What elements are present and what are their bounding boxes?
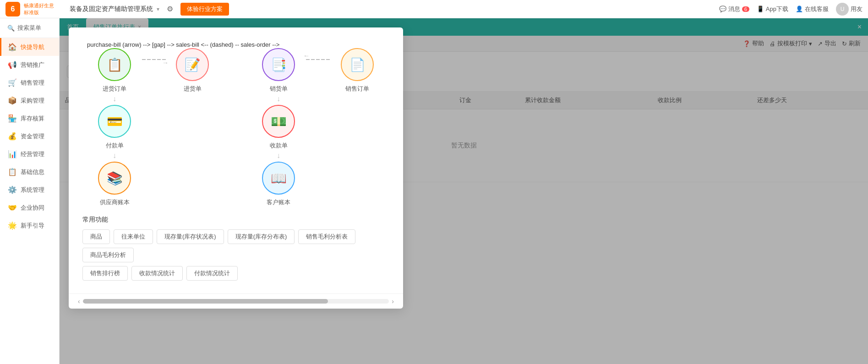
inventory-icon: 🏪 xyxy=(8,114,17,123)
message-badge: 6 xyxy=(742,6,749,12)
receipt-label: 收款单 xyxy=(270,141,288,150)
arrow-down-4: ↓ xyxy=(277,152,280,160)
search-icon: 🔍 xyxy=(7,25,15,32)
search-menu-btn[interactable]: 🔍 搜索菜单 xyxy=(5,22,55,34)
receipt-circle: 💵 xyxy=(262,105,295,138)
flow-node-purchase-bill[interactable]: 📝 进货单 xyxy=(165,48,220,93)
sales-order-circle: 📄 xyxy=(341,48,374,81)
func-btn-goods[interactable]: 商品 xyxy=(82,229,110,244)
scroll-thumb xyxy=(83,299,328,304)
scroll-right-btn[interactable]: › xyxy=(392,298,394,305)
user-avatar: U xyxy=(836,3,849,16)
customer-ledger-label: 客户账本 xyxy=(267,198,290,206)
func-buttons-row2: 销售排行榜 收款情况统计 付款情况统计 xyxy=(82,266,389,281)
flow-node-sales-bill[interactable]: 📑 销货单 xyxy=(251,48,306,93)
settings-icon[interactable]: ⚙ xyxy=(167,5,173,13)
arrow-purchase-to-bill: → xyxy=(142,59,166,60)
func-btn-stock-dist[interactable]: 现存量(库存分布表) xyxy=(228,229,295,244)
modal-scrollbar: ‹ › xyxy=(69,293,403,309)
sidebar-item-enterprise[interactable]: 🤝 企业协同 xyxy=(0,199,59,217)
app-download-btn[interactable]: 📱 App下载 xyxy=(757,5,788,13)
workflow-area: purchase-bill (arrow) --> [gap] --> sale… xyxy=(69,27,403,216)
common-functions: 常用功能 商品 往来单位 现存量(库存状况表) 现存量(库存分布表) 销售毛利分… xyxy=(69,216,403,293)
purchase-order-icon: 📋 xyxy=(107,57,123,72)
func-btn-goods-margin[interactable]: 商品毛利分析 xyxy=(82,248,134,262)
flow-node-purchase-order[interactable]: 📋 进货订单 xyxy=(87,48,142,93)
sales-bill-icon: 📑 xyxy=(271,57,287,72)
service-icon: 👤 xyxy=(796,5,803,12)
payment-circle: 💳 xyxy=(98,105,131,138)
sales-bill-circle: 📑 xyxy=(262,48,295,81)
sales-order-icon: 📄 xyxy=(349,57,366,72)
system-title: 装备及固定资产辅助管理系统 ▾ ⚙ 体验行业方案 xyxy=(65,3,719,16)
message-icon: 💬 xyxy=(719,5,726,12)
sales-bill-label: 销货单 xyxy=(270,85,288,93)
flow-node-sales-order[interactable]: 📄 销售订单 xyxy=(330,48,385,93)
sidebar-item-quick-nav[interactable]: 🏠 快捷导航 xyxy=(0,38,59,56)
dropdown-arrow-icon[interactable]: ▾ xyxy=(157,6,159,12)
purchase-bill-icon: 📝 xyxy=(185,57,201,72)
arrow-sales-order-to-bill: → xyxy=(306,59,330,60)
customer-ledger-circle: 📖 xyxy=(262,162,295,195)
flow-node-payment[interactable]: 💳 付款单 xyxy=(87,105,142,150)
sidebar: 🔍 搜索菜单 🏠 快捷导航 📢 营销推广 🛒 销售管理 📦 采购管理 xyxy=(0,18,60,364)
logo-area: 6 畅康通好生意 标准版 xyxy=(5,2,65,16)
top-bar: 6 畅康通好生意 标准版 装备及固定资产辅助管理系统 ▾ ⚙ 体验行业方案 💬 … xyxy=(0,0,868,18)
guide-icon: 🌟 xyxy=(8,221,17,230)
func-btn-sales-margin[interactable]: 销售毛利分析表 xyxy=(298,229,355,244)
purchase-icon: 📦 xyxy=(8,96,17,105)
sidebar-item-sales[interactable]: 🛒 销售管理 xyxy=(0,74,59,92)
message-btn[interactable]: 💬 消息 6 xyxy=(719,5,749,13)
download-icon: 📱 xyxy=(757,5,764,12)
modal-overlay[interactable]: purchase-bill (arrow) --> [gap] --> sale… xyxy=(60,18,868,364)
flow-node-customer-ledger[interactable]: 📖 客户账本 xyxy=(251,162,306,206)
scroll-left-btn[interactable]: ‹ xyxy=(78,298,80,305)
marketing-icon: 📢 xyxy=(8,60,17,69)
modal-box: purchase-bill (arrow) --> [gap] --> sale… xyxy=(69,27,403,309)
basic-icon: 📋 xyxy=(8,168,17,176)
logo-text: 畅康通好生意 标准版 xyxy=(24,2,54,16)
sidebar-item-guide[interactable]: 🌟 新手引导 xyxy=(0,217,59,234)
supplier-ledger-label: 供应商账本 xyxy=(100,198,130,206)
func-btn-payment-stats[interactable]: 付款情况统计 xyxy=(186,266,238,281)
sidebar-item-system[interactable]: ⚙️ 系统管理 xyxy=(0,181,59,199)
online-service-btn[interactable]: 👤 在线客服 xyxy=(796,5,829,13)
sidebar-item-purchase[interactable]: 📦 采购管理 xyxy=(0,92,59,109)
flow-node-receipt[interactable]: 💵 收款单 xyxy=(251,105,306,150)
sales-icon: 🛒 xyxy=(8,78,17,87)
purchase-order-circle: 📋 xyxy=(98,48,131,81)
func-buttons-row1: 商品 往来单位 现存量(库存状况表) 现存量(库存分布表) 销售毛利分析表 商品… xyxy=(82,229,389,262)
sidebar-item-marketing[interactable]: 📢 营销推广 xyxy=(0,56,59,74)
func-btn-receipt-stats[interactable]: 收款情况统计 xyxy=(131,266,183,281)
sidebar-search[interactable]: 🔍 搜索菜单 xyxy=(0,18,59,38)
user-area[interactable]: U 用友 xyxy=(836,3,863,16)
receipt-icon: 💵 xyxy=(271,114,287,129)
flow-node-supplier-ledger[interactable]: 📚 供应商账本 xyxy=(87,162,142,206)
system-icon: ⚙️ xyxy=(8,185,17,194)
purchase-bill-circle: 📝 xyxy=(176,48,209,81)
supplier-ledger-circle: 📚 xyxy=(98,162,131,195)
arrow-down-3: ↓ xyxy=(113,152,116,160)
sales-order-label: 销售订单 xyxy=(345,85,369,93)
customer-ledger-icon: 📖 xyxy=(271,171,287,186)
arrow-down-1: ↓ xyxy=(113,95,116,103)
scroll-track[interactable] xyxy=(83,299,389,304)
payment-label: 付款单 xyxy=(106,141,124,150)
home-icon: 🏠 xyxy=(8,43,17,51)
func-btn-partner[interactable]: 往来单位 xyxy=(114,229,153,244)
system-name: 装备及固定资产辅助管理系统 xyxy=(70,5,153,13)
sidebar-item-finance[interactable]: 💰 资金管理 xyxy=(0,127,59,145)
arrow-down-2: ↓ xyxy=(277,95,280,103)
top-right-actions: 💬 消息 6 📱 App下载 👤 在线客服 U 用友 xyxy=(719,3,863,16)
operations-icon: 📊 xyxy=(8,150,17,158)
enterprise-icon: 🤝 xyxy=(8,203,17,212)
logo-icon: 6 xyxy=(5,2,20,16)
trial-button[interactable]: 体验行业方案 xyxy=(180,3,229,16)
supplier-ledger-icon: 📚 xyxy=(107,171,123,186)
func-btn-sales-rank[interactable]: 销售排行榜 xyxy=(82,266,128,281)
purchase-bill-label: 进货单 xyxy=(184,85,202,93)
sidebar-item-operations[interactable]: 📊 经营管理 xyxy=(0,145,59,163)
sidebar-item-basic[interactable]: 📋 基础信息 xyxy=(0,163,59,181)
func-btn-stock-status[interactable]: 现存量(库存状况表) xyxy=(157,229,224,244)
sidebar-item-inventory[interactable]: 🏪 库存核算 xyxy=(0,109,59,127)
